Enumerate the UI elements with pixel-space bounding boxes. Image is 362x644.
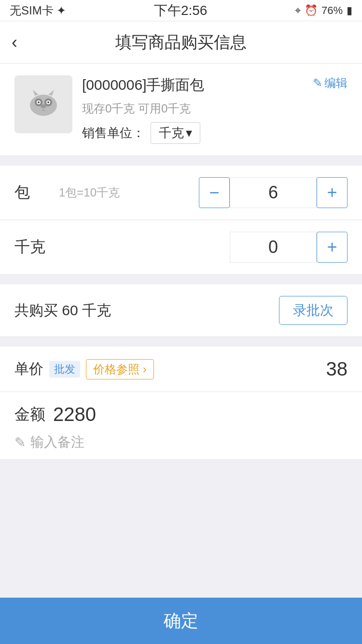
amount-value: 2280 xyxy=(53,404,96,425)
section-divider-1 xyxy=(0,156,362,166)
package-sublabel: 1包=10千克 xyxy=(59,185,199,200)
chevron-down-icon: ▾ xyxy=(186,126,192,140)
amount-section: 金额 2280 ✎ 输入备注 xyxy=(0,392,362,459)
svg-point-7 xyxy=(41,104,46,108)
note-icon: ✎ xyxy=(14,434,26,450)
package-quantity-control: − + xyxy=(199,177,348,208)
kilogram-quantity-input[interactable] xyxy=(230,232,317,263)
kilogram-row: 千克 + xyxy=(0,220,362,275)
price-label: 单价 xyxy=(14,359,43,379)
product-name: [0000006]手撕面包 xyxy=(82,75,204,95)
unit-label: 销售单位： xyxy=(82,125,145,141)
product-image xyxy=(14,75,72,133)
unit-value: 千克 xyxy=(159,125,184,141)
edit-button[interactable]: ✎ 编辑 xyxy=(313,75,348,91)
total-quantity-text: 共购买 60 千克 xyxy=(14,301,111,321)
price-reference-button[interactable]: 价格参照 › xyxy=(86,359,154,379)
total-row: 共购买 60 千克 录批次 xyxy=(0,284,362,337)
svg-marker-9 xyxy=(33,90,39,96)
price-value: 38 xyxy=(326,358,348,380)
edit-icon: ✎ xyxy=(313,76,322,90)
package-quantity-input[interactable] xyxy=(230,177,317,208)
battery-icon: ▮ xyxy=(347,4,352,17)
unit-select[interactable]: 千克 ▾ xyxy=(151,122,200,144)
note-placeholder: 输入备注 xyxy=(30,433,84,451)
owl-logo-icon xyxy=(24,85,63,124)
product-unit-row: 销售单位： 千克 ▾ xyxy=(82,122,348,144)
sim-signal: 无SIM卡 ✦ xyxy=(10,3,66,18)
svg-point-5 xyxy=(38,101,40,103)
package-row: 包 1包=10千克 − + xyxy=(0,166,362,220)
package-label: 包 xyxy=(14,182,53,203)
nav-bar: ‹ 填写商品购买信息 xyxy=(0,21,362,64)
amount-row: 金额 2280 xyxy=(14,404,348,425)
batch-record-button[interactable]: 录批次 xyxy=(279,296,348,325)
status-time: 下午2:56 xyxy=(154,1,208,20)
product-info: [0000006]手撕面包 ✎ 编辑 现存0千克 可用0千克 销售单位： 千克 … xyxy=(82,75,348,144)
svg-point-6 xyxy=(47,101,49,103)
status-right: ⌖ ⏰ 76% ▮ xyxy=(295,4,352,17)
batch-tag: 批发 xyxy=(49,361,80,378)
confirm-button[interactable]: 确定 xyxy=(0,598,362,644)
input-section: 包 1包=10千克 − + 千克 + xyxy=(0,166,362,275)
price-left: 单价 批发 价格参照 › xyxy=(14,359,154,379)
alarm-icon: ⏰ xyxy=(305,4,318,17)
package-plus-button[interactable]: + xyxy=(317,177,348,208)
kilogram-label: 千克 xyxy=(14,237,53,258)
page-title: 填写商品购买信息 xyxy=(115,31,247,54)
kilogram-plus-button[interactable]: + xyxy=(317,232,348,263)
section-divider-3 xyxy=(0,337,362,347)
location-icon: ⌖ xyxy=(295,4,301,17)
back-button[interactable]: ‹ xyxy=(12,32,17,53)
battery-level: 76% xyxy=(321,4,343,17)
package-minus-button[interactable]: − xyxy=(199,177,230,208)
price-section: 单价 批发 价格参照 › 38 xyxy=(0,347,362,392)
status-bar: 无SIM卡 ✦ 下午2:56 ⌖ ⏰ 76% ▮ xyxy=(0,0,362,21)
product-card: [0000006]手撕面包 ✎ 编辑 现存0千克 可用0千克 销售单位： 千克 … xyxy=(0,64,362,156)
section-divider-2 xyxy=(0,275,362,284)
note-row[interactable]: ✎ 输入备注 xyxy=(14,433,348,451)
confirm-label: 确定 xyxy=(164,609,198,633)
status-left: 无SIM卡 ✦ xyxy=(10,3,66,18)
svg-marker-10 xyxy=(48,90,54,96)
amount-label: 金额 xyxy=(14,404,45,425)
product-stock: 现存0千克 可用0千克 xyxy=(82,101,348,116)
edit-label: 编辑 xyxy=(324,75,348,91)
